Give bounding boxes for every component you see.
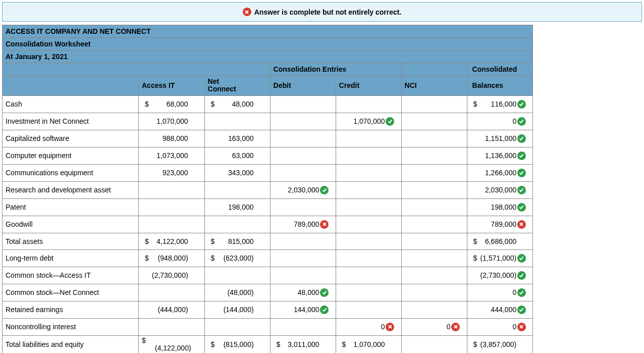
cell-debit[interactable] bbox=[270, 130, 336, 147]
cell-debit[interactable]: 789,000 bbox=[270, 216, 336, 233]
cell-credit[interactable] bbox=[336, 130, 401, 147]
cell-balances[interactable]: 0 bbox=[467, 284, 533, 301]
cell-balances[interactable]: (2,730,000) bbox=[467, 267, 533, 284]
cell-nci[interactable] bbox=[401, 95, 467, 113]
table-row: Communications equipment923,000343,0001,… bbox=[3, 164, 533, 181]
cell-access-it[interactable]: $(4,122,000) bbox=[139, 335, 205, 353]
cell-credit[interactable] bbox=[336, 233, 401, 249]
cell-debit[interactable] bbox=[270, 113, 336, 130]
cell-credit[interactable] bbox=[336, 198, 401, 216]
cell-access-it[interactable]: 1,073,000 bbox=[139, 147, 205, 164]
cell-value: 988,000 bbox=[152, 134, 188, 142]
cell-balances[interactable]: 0 bbox=[467, 113, 533, 130]
cell-credit[interactable] bbox=[336, 216, 401, 233]
cell-balances[interactable]: 1,136,000 bbox=[467, 147, 533, 164]
cell-access-it[interactable] bbox=[139, 216, 205, 233]
cell-nci[interactable] bbox=[401, 130, 467, 147]
cell-value: 444,000 bbox=[480, 306, 517, 314]
cell-net-connect[interactable]: $48,000 bbox=[204, 95, 270, 113]
cell-debit[interactable] bbox=[270, 198, 336, 216]
cell-debit[interactable] bbox=[270, 164, 336, 181]
cell-credit[interactable] bbox=[336, 147, 401, 164]
check-icon bbox=[320, 186, 329, 194]
cell-debit[interactable]: 2,030,000 bbox=[270, 181, 336, 198]
cell-access-it[interactable]: $(948,000) bbox=[139, 249, 205, 267]
cell-net-connect[interactable]: (144,000) bbox=[204, 301, 270, 318]
cell-debit[interactable]: $3,011,000 bbox=[270, 335, 336, 353]
cell-nci[interactable] bbox=[401, 249, 467, 267]
cell-debit[interactable] bbox=[270, 249, 336, 267]
cell-balances[interactable]: 198,000 bbox=[467, 198, 533, 216]
cell-net-connect[interactable] bbox=[204, 113, 270, 130]
cell-balances[interactable]: $116,000 bbox=[467, 95, 533, 113]
cell-credit[interactable]: 1,070,000 bbox=[336, 113, 401, 130]
cell-net-connect[interactable]: $(623,000) bbox=[204, 249, 270, 267]
cell-balances[interactable]: 0 bbox=[467, 318, 533, 335]
cell-access-it[interactable]: $68,000 bbox=[139, 95, 205, 113]
cell-debit[interactable]: 48,000 bbox=[270, 284, 336, 301]
cell-access-it[interactable] bbox=[139, 318, 205, 335]
cell-debit[interactable] bbox=[270, 318, 336, 335]
cell-credit[interactable] bbox=[336, 249, 401, 267]
cell-net-connect[interactable]: $(815,000) bbox=[204, 335, 270, 353]
cell-net-connect[interactable]: 343,000 bbox=[204, 164, 270, 181]
cell-access-it[interactable]: (2,730,000) bbox=[139, 267, 205, 284]
cell-nci[interactable] bbox=[401, 216, 467, 233]
cell-net-connect[interactable]: 198,000 bbox=[204, 198, 270, 216]
cell-debit[interactable] bbox=[270, 95, 336, 113]
cell-credit[interactable] bbox=[336, 181, 401, 198]
cell-balances[interactable]: $6,686,000 bbox=[467, 233, 533, 249]
cell-nci[interactable] bbox=[401, 284, 467, 301]
cell-nci[interactable] bbox=[401, 147, 467, 164]
cell-balances[interactable]: 444,000 bbox=[467, 301, 533, 318]
cell-nci[interactable] bbox=[401, 164, 467, 181]
cell-balances[interactable]: $(1,571,000) bbox=[467, 249, 533, 267]
cell-debit[interactable]: 144,000 bbox=[270, 301, 336, 318]
check-icon bbox=[517, 134, 526, 143]
cell-access-it[interactable]: 1,070,000 bbox=[139, 113, 205, 130]
row-label: Common stock—Net Connect bbox=[3, 284, 139, 301]
cell-access-it[interactable]: $4,122,000 bbox=[139, 233, 205, 249]
cell-nci[interactable] bbox=[401, 301, 467, 318]
cell-credit[interactable] bbox=[336, 267, 401, 284]
cell-net-connect[interactable]: 163,000 bbox=[204, 130, 270, 147]
cell-access-it[interactable] bbox=[139, 198, 205, 216]
cell-nci[interactable] bbox=[401, 233, 467, 249]
cell-net-connect[interactable] bbox=[204, 318, 270, 335]
cell-access-it[interactable]: 988,000 bbox=[139, 130, 205, 147]
cell-net-connect[interactable] bbox=[204, 216, 270, 233]
cell-nci[interactable] bbox=[401, 181, 467, 198]
cell-value: (3,857,000) bbox=[480, 340, 517, 348]
cell-debit[interactable] bbox=[270, 147, 336, 164]
cell-nci[interactable] bbox=[401, 335, 467, 353]
cell-access-it[interactable]: 923,000 bbox=[139, 164, 205, 181]
cell-access-it[interactable]: (444,000) bbox=[139, 301, 205, 318]
cell-credit[interactable] bbox=[336, 284, 401, 301]
cell-credit[interactable] bbox=[336, 95, 401, 113]
cell-access-it[interactable] bbox=[139, 181, 205, 198]
cell-credit[interactable]: $1,070,000 bbox=[336, 335, 401, 353]
cell-access-it[interactable] bbox=[139, 284, 205, 301]
cell-value: 0 bbox=[480, 288, 517, 296]
cell-credit[interactable] bbox=[336, 164, 401, 181]
cell-nci[interactable] bbox=[401, 198, 467, 216]
cell-net-connect[interactable]: (48,000) bbox=[204, 284, 270, 301]
cell-value: (815,000) bbox=[218, 340, 254, 348]
cell-net-connect[interactable] bbox=[204, 267, 270, 284]
cell-value: 0 bbox=[415, 323, 451, 331]
cell-debit[interactable] bbox=[270, 267, 336, 284]
cell-net-connect[interactable]: $815,000 bbox=[204, 233, 270, 249]
cell-balances[interactable]: 789,000 bbox=[467, 216, 533, 233]
cell-nci[interactable] bbox=[401, 113, 467, 130]
cell-credit[interactable] bbox=[336, 301, 401, 318]
cell-balances[interactable]: $(3,857,000) bbox=[467, 335, 533, 353]
cell-credit[interactable]: 0 bbox=[336, 318, 401, 335]
cell-balances[interactable]: 1,151,000 bbox=[467, 130, 533, 147]
cell-nci[interactable]: 0 bbox=[401, 318, 467, 335]
cell-net-connect[interactable] bbox=[204, 181, 270, 198]
cell-net-connect[interactable]: 63,000 bbox=[204, 147, 270, 164]
cell-balances[interactable]: 1,266,000 bbox=[467, 164, 533, 181]
cell-nci[interactable] bbox=[401, 267, 467, 284]
cell-balances[interactable]: 2,030,000 bbox=[467, 181, 533, 198]
cell-debit[interactable] bbox=[270, 233, 336, 249]
